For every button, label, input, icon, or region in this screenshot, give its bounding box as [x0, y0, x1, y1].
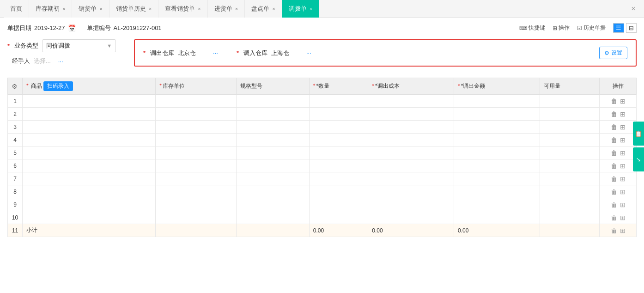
tab-close-stocktake[interactable]: ×	[272, 6, 275, 12]
unit-cell[interactable]	[156, 108, 236, 121]
layout-list-btn[interactable]: ☰	[613, 23, 624, 33]
delete-icon[interactable]: 🗑	[611, 149, 617, 157]
product-cell[interactable]	[23, 159, 156, 172]
calendar-icon[interactable]: 📅	[68, 24, 76, 32]
quantity-cell[interactable]	[309, 95, 368, 108]
delete-icon[interactable]: 🗑	[611, 201, 617, 208]
cost-cell[interactable]	[368, 185, 454, 198]
available-cell[interactable]	[540, 198, 599, 211]
tab-transfer[interactable]: 调拨单 ×	[282, 0, 319, 18]
product-cell[interactable]	[23, 172, 156, 185]
layout-grid-btn[interactable]: ⊟	[626, 23, 637, 33]
amount-cell[interactable]	[454, 159, 540, 172]
amount-cell[interactable]	[454, 95, 540, 108]
copy-icon[interactable]: ⊞	[620, 149, 626, 157]
cost-cell[interactable]	[368, 172, 454, 185]
unit-cell[interactable]	[156, 134, 236, 146]
unit-cell[interactable]	[156, 211, 236, 224]
amount-cell[interactable]	[454, 146, 540, 159]
copy-icon[interactable]: ⊞	[620, 123, 626, 131]
amount-cell[interactable]	[454, 185, 540, 198]
unit-cell[interactable]	[156, 198, 236, 211]
available-cell[interactable]	[540, 185, 599, 198]
tab-inventory-initial[interactable]: 库存期初 ×	[29, 0, 72, 18]
delete-icon[interactable]: 🗑	[611, 162, 617, 170]
th-settings[interactable]: ⚙	[8, 78, 23, 95]
unit-cell[interactable]	[156, 185, 236, 198]
available-cell[interactable]	[540, 108, 599, 121]
spec-cell[interactable]	[236, 172, 309, 185]
cost-cell[interactable]	[368, 211, 454, 224]
copy-icon[interactable]: ⊞	[620, 227, 626, 234]
spec-cell[interactable]	[236, 146, 309, 159]
delete-icon[interactable]: 🗑	[611, 98, 617, 105]
cost-cell[interactable]	[368, 146, 454, 159]
amount-cell[interactable]	[454, 198, 540, 211]
copy-icon[interactable]: ⊞	[620, 136, 626, 144]
spec-cell[interactable]	[236, 185, 309, 198]
unit-cell[interactable]	[156, 121, 236, 134]
copy-icon[interactable]: ⊞	[620, 110, 626, 118]
spec-cell[interactable]	[236, 95, 309, 108]
amount-cell[interactable]	[454, 134, 540, 146]
cost-cell[interactable]	[368, 134, 454, 146]
spec-cell[interactable]	[236, 121, 309, 134]
delete-icon[interactable]: 🗑	[611, 110, 617, 118]
spec-cell[interactable]	[236, 159, 309, 172]
copy-icon[interactable]: ⊞	[620, 201, 626, 208]
tab-close-transfer[interactable]: ×	[310, 6, 312, 12]
copy-icon[interactable]: ⊞	[620, 188, 626, 195]
shortcuts-button[interactable]: ⌨ 快捷键	[519, 24, 545, 32]
delete-icon[interactable]: 🗑	[611, 136, 617, 144]
quantity-cell[interactable]	[309, 159, 368, 172]
tab-view-sales[interactable]: 查看销货单 ×	[158, 0, 207, 18]
product-cell[interactable]	[23, 185, 156, 198]
side-notes-icon[interactable]: 📋	[633, 122, 644, 146]
tab-sales-history[interactable]: 销货单历史 ×	[109, 0, 158, 18]
person-more-icon[interactable]: ···	[58, 58, 63, 65]
unit-cell[interactable]	[156, 159, 236, 172]
quantity-cell[interactable]	[309, 146, 368, 159]
amount-cell[interactable]	[454, 121, 540, 134]
delete-icon[interactable]: 🗑	[611, 175, 617, 183]
transfer-in-more-icon[interactable]: ···	[306, 49, 311, 56]
tab-home[interactable]: 首页	[4, 0, 29, 18]
available-cell[interactable]	[540, 134, 599, 146]
tab-close-history[interactable]: ×	[149, 6, 152, 12]
spec-cell[interactable]	[236, 198, 309, 211]
amount-cell[interactable]	[454, 172, 540, 185]
window-close-button[interactable]: ×	[626, 2, 640, 16]
available-cell[interactable]	[540, 121, 599, 134]
available-cell[interactable]	[540, 146, 599, 159]
scan-button[interactable]: 扫码录入	[43, 81, 73, 91]
settings-button[interactable]: ⚙ 设置	[599, 47, 627, 59]
business-type-select[interactable]: 同价调拨 ▼	[42, 39, 116, 52]
cost-cell[interactable]	[368, 95, 454, 108]
unit-cell[interactable]	[156, 95, 236, 108]
product-cell[interactable]	[23, 198, 156, 211]
tab-sales-order[interactable]: 销货单 ×	[72, 0, 109, 18]
copy-icon[interactable]: ⊞	[620, 98, 626, 105]
quantity-cell[interactable]	[309, 198, 368, 211]
available-cell[interactable]	[540, 95, 599, 108]
history-button[interactable]: ☑ 历史单据	[577, 24, 606, 32]
delete-icon[interactable]: 🗑	[611, 188, 617, 195]
product-cell[interactable]	[23, 146, 156, 159]
unit-cell[interactable]	[156, 172, 236, 185]
copy-icon[interactable]: ⊞	[620, 162, 626, 170]
quantity-cell[interactable]	[309, 121, 368, 134]
cost-cell[interactable]	[368, 198, 454, 211]
quantity-cell[interactable]	[309, 185, 368, 198]
copy-icon[interactable]: ⊞	[620, 214, 626, 221]
delete-icon[interactable]: 🗑	[611, 123, 617, 131]
available-cell[interactable]	[540, 172, 599, 185]
quantity-cell[interactable]	[309, 172, 368, 185]
cost-cell[interactable]	[368, 159, 454, 172]
tab-close-view-sales[interactable]: ×	[198, 6, 200, 12]
product-cell[interactable]	[23, 95, 156, 108]
available-cell[interactable]	[540, 159, 599, 172]
spec-cell[interactable]	[236, 134, 309, 146]
product-cell[interactable]	[23, 134, 156, 146]
available-cell[interactable]	[540, 211, 599, 224]
tab-close-purchase[interactable]: ×	[235, 6, 238, 12]
